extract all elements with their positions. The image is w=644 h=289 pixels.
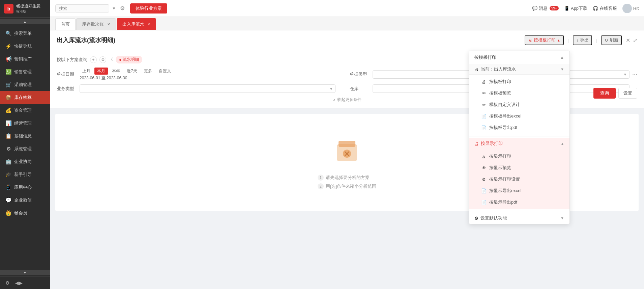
sidebar-item-vip[interactable]: 👑 畅会员 <box>0 207 50 219</box>
set-default-function-row[interactable]: ⚙ 设置默认功能 ▼ <box>469 212 569 224</box>
display-group-header[interactable]: 🖨 按显示打印 ▲ <box>469 138 569 149</box>
filter-biz-type-label: 业务类型 <box>57 86 77 92</box>
template-export-pdf-icon: 📄 <box>481 125 487 130</box>
search-menu-icon: 🔍 <box>5 30 11 36</box>
purchase-icon: 🛒 <box>5 82 11 88</box>
print-template-btn[interactable]: 🖨 按模板打印 ▲ <box>525 35 564 45</box>
refresh-btn[interactable]: ↻ 刷新 <box>601 35 622 45</box>
sidebar-item-marketing[interactable]: 📢 营销推广 <box>0 53 50 65</box>
tab-inventory-batch-close[interactable]: ✕ <box>107 22 110 26</box>
current-template-chevron[interactable]: ▼ <box>560 67 564 71</box>
export-btn[interactable]: ↑ 导出 <box>573 35 592 45</box>
set-default-chevron[interactable]: ▼ <box>560 216 564 220</box>
filter-biz-type-select[interactable] <box>80 84 335 93</box>
current-template-icon: 🖨 <box>474 67 479 72</box>
tab-home[interactable]: 首页 <box>55 18 76 30</box>
app-logo-icon: b <box>4 4 13 14</box>
filter-collapse-btn[interactable]: ∧ 收起更多条件 <box>333 97 361 103</box>
sidebar-bottom: ⚙ ◀▶ <box>0 277 50 289</box>
query-btn[interactable]: 查询 <box>593 88 616 99</box>
dropdown-item-template-custom[interactable]: ✏ 模板自定义设计 <box>469 99 569 110</box>
close-window-btn[interactable]: ✕ <box>626 37 630 44</box>
doc-type-more-btn[interactable]: ··· <box>632 71 637 78</box>
sidebar-scroll-bottom[interactable]: ▼ <box>0 268 50 277</box>
empty-tip-2: 2 用[选]条件来缩小分析范围 <box>318 182 376 191</box>
shortcut-custom[interactable]: 自定义 <box>156 68 174 75</box>
sidebar-item-label: 应用中心 <box>14 184 32 190</box>
display-export-pdf-icon: 📄 <box>481 200 487 205</box>
enterprise-icon: 🏢 <box>5 159 11 165</box>
sidebar-item-app-center[interactable]: 📱 应用中心 <box>0 181 50 194</box>
shortcut-7days[interactable]: 近7天 <box>124 68 140 75</box>
sidebar-item-finance[interactable]: 💰 资金管理 <box>0 104 50 117</box>
sidebar-item-enterprise-wechat[interactable]: 💬 企业微信 <box>0 194 50 207</box>
dropdown-item-template-export-excel[interactable]: 📄 按模板导出excel <box>469 110 569 122</box>
dropdown-item-display-print-settings[interactable]: ⚙ 按显示打印设置 <box>469 174 569 185</box>
sidebar-item-label: 快捷导航 <box>14 43 32 49</box>
topbar-settings-icon[interactable]: ⚙ <box>120 5 125 11</box>
separator2: | <box>596 38 597 43</box>
tab-flow-close[interactable]: ✕ <box>147 22 150 26</box>
tab-flow[interactable]: 出入库流水 ✕ <box>117 18 156 30</box>
sidebar-item-label: 搜索菜单 <box>14 30 32 36</box>
print-dropdown-arrow[interactable]: ▲ <box>557 38 560 42</box>
dropdown-item-template-print[interactable]: 🖨 按模板打印 <box>469 76 569 87</box>
online-service-btn[interactable]: 🎧 在线客服 <box>593 5 617 11</box>
sidebar-settings-btn[interactable]: ⚙ <box>5 280 10 286</box>
sidebar-item-label: 畅会员 <box>14 210 27 216</box>
search-input[interactable] <box>55 4 109 12</box>
page-wrapper: 出入库流水(流水明细) 🖨 按模板打印 ▲ | ↑ 导出 | ↻ <box>50 30 644 289</box>
sidebar-item-quick-nav[interactable]: ⚡ 快捷导航 <box>0 40 50 53</box>
filter-settings-btn[interactable]: ⚙ <box>99 56 106 63</box>
sales-icon: 💹 <box>5 69 11 75</box>
display-group-label: 按显示打印 <box>481 140 503 147</box>
dropdown-item-template-preview[interactable]: 👁 按模板预览 <box>469 87 569 99</box>
refresh-label: 刷新 <box>610 37 618 43</box>
sidebar-item-sales[interactable]: 💹 销售管理 <box>0 65 50 78</box>
sidebar-item-label: 经营管理 <box>14 120 32 126</box>
dropdown-item-display-preview[interactable]: 👁 按显示预览 <box>469 162 569 174</box>
shortcut-this-year[interactable]: 本年 <box>109 68 123 75</box>
dropdown-panel-arrow[interactable]: ▲ <box>560 55 564 60</box>
sidebar-item-purchase[interactable]: 🛒 采购管理 <box>0 78 50 91</box>
sidebar-item-inventory[interactable]: 📦 库存核算 <box>0 91 50 104</box>
empty-tip-1: 1 请先选择要分析的方案 <box>318 173 376 182</box>
sidebar-item-guide[interactable]: 🎓 新手引导 <box>0 168 50 181</box>
messages-btn[interactable]: 💬 消息 99+ <box>532 5 559 11</box>
shortcut-last-month[interactable]: 上月 <box>80 68 93 75</box>
set-default-icon: ⚙ <box>474 216 478 221</box>
settings-btn[interactable]: 设置 <box>618 88 637 99</box>
scroll-down-btn[interactable]: ▼ <box>0 270 50 275</box>
sidebar-item-base-info[interactable]: 📋 基础信息 <box>0 130 50 142</box>
dropdown-item-template-export-pdf[interactable]: 📄 按模板导出pdf <box>469 122 569 133</box>
dropdown-item-display-print[interactable]: 🖨 按显示打印 <box>469 151 569 162</box>
template-export-excel-label: 按模板导出excel <box>489 113 521 119</box>
user-avatar-btn[interactable]: Rit <box>622 4 639 13</box>
sidebar-scroll-top[interactable]: ▲ <box>0 18 50 26</box>
dropdown-item-display-export-pdf[interactable]: 📄 按显示导出pdf <box>469 196 569 208</box>
tab-inventory-batch[interactable]: 库存批次账 ✕ <box>76 18 116 30</box>
dropdown-item-display-export-excel[interactable]: 📄 按显示导出excel <box>469 185 569 196</box>
page-header: 出入库流水(流水明细) 🖨 按模板打印 ▲ | ↑ 导出 | ↻ <box>50 30 644 50</box>
sidebar-item-search-menu[interactable]: 🔍 搜索菜单 <box>0 27 50 40</box>
filter-add-btn[interactable]: + <box>90 56 97 63</box>
shortcut-more[interactable]: 更多 <box>141 68 155 75</box>
app-download-btn[interactable]: 📱 App下载 <box>564 5 587 11</box>
display-print-label: 按显示打印 <box>489 153 511 159</box>
sidebar-item-operations[interactable]: 📊 经营管理 <box>0 117 50 130</box>
shortcut-this-month[interactable]: 本月 <box>94 68 108 75</box>
industry-btn[interactable]: 体验行业方案 <box>130 3 167 14</box>
scroll-up-btn[interactable]: ▲ <box>0 19 50 24</box>
sidebar-item-system[interactable]: ⚙ 系统管理 <box>0 142 50 155</box>
sidebar-collapse-btn[interactable]: ◀▶ <box>15 280 23 286</box>
tip-num-2: 2 <box>318 183 324 189</box>
sidebar-item-enterprise[interactable]: 🏢 企业协同 <box>0 155 50 168</box>
filter-collapse-icon[interactable]: 《 <box>109 57 113 62</box>
filter-tag-label: 流水明细 <box>123 57 139 62</box>
filter-warehouse-label: 仓库 <box>350 86 370 92</box>
sidebar-item-label: 库存核算 <box>14 95 32 101</box>
display-group-collapse-icon[interactable]: ▲ <box>561 142 564 146</box>
search-dropdown-icon[interactable]: ▼ <box>112 6 116 11</box>
display-print-icon: 🖨 <box>481 154 487 159</box>
expand-window-btn[interactable]: ⤢ <box>633 37 637 44</box>
